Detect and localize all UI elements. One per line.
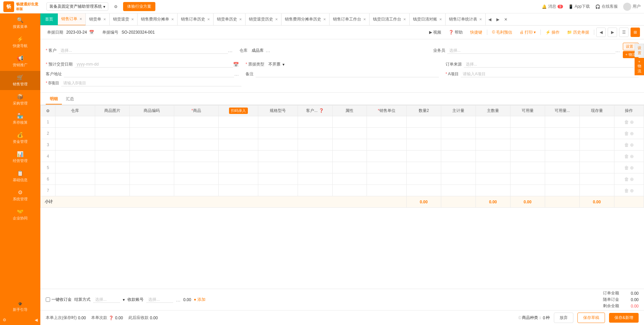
order-source-input[interactable] (464, 61, 634, 68)
row-warehouse[interactable] (55, 162, 95, 173)
row-delete-icon[interactable]: 🗑 (624, 142, 629, 148)
tab-close-icon[interactable]: ✕ (479, 17, 482, 21)
row-attribute[interactable] (332, 116, 367, 128)
row-unit[interactable] (367, 151, 407, 162)
row-delete-icon[interactable]: 🗑 (624, 165, 629, 170)
tab-return-history[interactable]: 销货退货历史 ✕ (245, 13, 281, 26)
row-copy-icon[interactable]: ⊕ (630, 165, 634, 170)
tab-close-icon[interactable]: ✕ (79, 17, 82, 21)
sidebar-item-search[interactable]: 🔍 搜索菜单 (0, 13, 40, 33)
row-warehouse[interactable] (55, 128, 95, 139)
customer-input[interactable] (59, 47, 228, 54)
row-main-qty[interactable] (476, 185, 510, 196)
row-unit[interactable] (367, 185, 407, 196)
row-spec[interactable] (258, 185, 298, 196)
tab-close-icon[interactable]: ✕ (403, 17, 406, 21)
table-view-btn[interactable]: ⊞ (631, 28, 640, 37)
add-payment-btn[interactable]: ● 添加 (194, 297, 205, 302)
row-code[interactable] (129, 173, 174, 185)
tab-goods-history[interactable]: 销货单历史 ✕ (214, 13, 245, 26)
sidebar-item-system[interactable]: ⚙ 系统管理 (0, 186, 40, 205)
row-product[interactable] (174, 139, 219, 151)
row-code[interactable] (129, 162, 174, 173)
row-spec[interactable] (258, 128, 298, 139)
row-qty2[interactable] (407, 151, 441, 162)
tab-sales-order[interactable]: 销售订单 ✕ (58, 13, 86, 26)
detail-tab-detail[interactable]: 明细 (46, 94, 62, 105)
row-qty2[interactable] (407, 173, 441, 185)
row-qty2[interactable] (407, 116, 441, 128)
row-attribute[interactable] (332, 185, 367, 196)
b-project-input[interactable] (61, 80, 241, 86)
row-product[interactable] (174, 128, 219, 139)
row-spec[interactable] (258, 162, 298, 173)
row-code[interactable] (129, 151, 174, 162)
sidebar-item-sales[interactable]: 🛒 销售管理 (0, 71, 40, 90)
tab-sales-return[interactable]: 销货退货 ✕ (110, 13, 138, 26)
row-main-unit[interactable] (441, 151, 476, 162)
row-spec[interactable] (258, 116, 298, 128)
account-more-icon[interactable]: … (176, 297, 181, 302)
prev-record-btn[interactable]: ◀ (596, 28, 606, 37)
row-customer-code[interactable] (298, 185, 332, 196)
sidebar-settings-icon[interactable]: ⚙ (3, 318, 6, 322)
tab-sales-stats[interactable]: 销售订单统计表 ✕ (446, 13, 486, 26)
app-download-btn[interactable]: 📱 App下载 (568, 4, 590, 9)
row-customer-code[interactable] (298, 173, 332, 185)
row-unit[interactable] (367, 173, 407, 185)
payment-method-input[interactable] (93, 296, 120, 303)
tab-close-icon[interactable]: ✕ (439, 17, 442, 21)
row-customer-code[interactable] (298, 128, 332, 139)
staff-more-icon[interactable]: … (615, 48, 620, 53)
sidebar-item-inventory[interactable]: 🏪 库存核算 (0, 109, 40, 128)
tab-close-icon[interactable]: ✕ (171, 17, 174, 21)
customer-more-icon[interactable]: … (228, 48, 233, 53)
row-code[interactable] (129, 128, 174, 139)
row-copy-icon[interactable]: ⊕ (630, 176, 634, 182)
row-delete-icon[interactable]: 🗑 (624, 154, 629, 159)
tab-expense-history[interactable]: 销售费用分摊单历史 ✕ (281, 13, 330, 26)
delivery-input[interactable] (75, 61, 233, 68)
tab-home[interactable]: 首页 (40, 13, 58, 26)
row-delete-icon[interactable]: 🗑 (624, 188, 629, 193)
sidebar-item-quick-nav[interactable]: ⚡ 快捷导航 (0, 33, 40, 52)
row-main-unit[interactable] (441, 139, 476, 151)
tab-close-icon[interactable]: ✕ (275, 17, 278, 21)
tab-sales-workbench[interactable]: 销售订单工作台 ✕ (330, 13, 370, 26)
sidebar-item-operations[interactable]: 📊 经营管理 (0, 148, 40, 167)
row-copy-icon[interactable]: ⊕ (630, 119, 634, 125)
row-customer-code[interactable] (298, 139, 332, 151)
tab-sales-order-history[interactable]: 销售订单历史 ✕ (178, 13, 214, 26)
row-qty2[interactable] (407, 162, 441, 173)
row-main-unit[interactable] (441, 116, 476, 128)
print-btn[interactable]: 🖨 打印 ▾ (517, 29, 538, 36)
row-qty2[interactable] (407, 185, 441, 196)
invoice-chevron-icon[interactable]: ▾ (282, 62, 285, 67)
row-main-qty[interactable] (476, 162, 510, 173)
row-copy-icon[interactable]: ⊕ (630, 188, 634, 193)
row-warehouse[interactable] (55, 116, 95, 128)
col-settings-header[interactable]: ⚙ (41, 106, 55, 116)
user-btn[interactable]: 用户 (623, 3, 641, 11)
row-copy-icon[interactable]: ⊕ (630, 154, 634, 159)
row-customer-code[interactable] (298, 162, 332, 173)
tab-close-icon[interactable]: ✕ (131, 17, 134, 21)
account-input[interactable] (146, 296, 173, 303)
row-attribute[interactable] (332, 151, 367, 162)
system-selector[interactable]: 装备及固定资产辅助管理系统 ▾ (46, 2, 108, 11)
history-btn[interactable]: 📁 历史单据 (564, 29, 592, 36)
tab-close-icon[interactable]: ✕ (239, 17, 242, 21)
row-main-unit[interactable] (441, 128, 476, 139)
row-qty2[interactable] (407, 139, 441, 151)
row-customer-code[interactable] (298, 151, 332, 162)
row-warehouse[interactable] (55, 139, 95, 151)
scan-btn[interactable]: 扫码录入 (229, 108, 248, 114)
row-code[interactable] (129, 116, 174, 128)
tab-close-icon[interactable]: ✕ (323, 17, 326, 21)
sidebar-item-basic-info[interactable]: 📋 基础信息 (0, 167, 40, 186)
row-customer-code[interactable] (298, 116, 332, 128)
sidebar-item-finance[interactable]: 💰 资金管理 (0, 128, 40, 148)
operation-btn[interactable]: ⚡ 操作 (543, 29, 562, 36)
row-main-qty[interactable] (476, 173, 510, 185)
row-product[interactable] (174, 173, 219, 185)
